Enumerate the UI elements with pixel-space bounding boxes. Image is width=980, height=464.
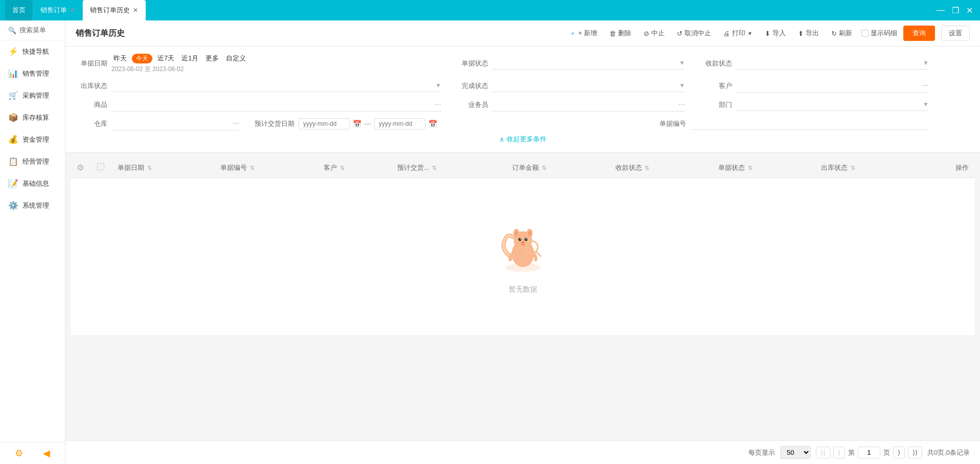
outbound-status-arrow-icon: ▼ <box>435 82 441 89</box>
th-customer-sort-icon[interactable]: ⇅ <box>340 165 345 171</box>
customer-dots-icon[interactable]: ··· <box>922 81 929 90</box>
table-settings-icon[interactable]: ⚙ <box>77 163 84 172</box>
display-col-toggle[interactable]: 显示码细 <box>861 29 897 38</box>
salesperson-label: 业务员 <box>457 100 492 109</box>
new-button[interactable]: ＋ + 新增 <box>566 27 600 40</box>
th-customer-label: 客户 <box>324 164 337 171</box>
operations-icon: 📋 <box>8 157 18 166</box>
window-minimize-icon[interactable]: — <box>935 4 947 17</box>
warehouse-control[interactable]: ··· <box>111 117 239 130</box>
empty-text: 暂无数据 <box>509 285 537 294</box>
delivery-date-from[interactable] <box>299 118 350 129</box>
date-to-cal-icon[interactable]: 📅 <box>428 120 437 128</box>
th-order-status-label: 单据状态 <box>718 164 745 171</box>
top-bar-right: — ❐ ✕ <box>935 4 975 17</box>
goods-dots-icon[interactable]: ··· <box>435 100 441 109</box>
sidebar-item-finance[interactable]: 💰 资金管理 <box>0 128 65 150</box>
svg-point-6 <box>528 231 531 236</box>
goods-input[interactable] <box>111 101 435 108</box>
search-menu-label: 搜索菜单 <box>19 26 46 35</box>
collapse-button[interactable]: ∧ 收起更多条件 <box>76 132 970 146</box>
outbound-status-input[interactable] <box>111 82 435 90</box>
date-custom-btn[interactable]: 自定义 <box>224 53 248 64</box>
tab-sales-order-history[interactable]: 销售订单历史 ✕ <box>83 0 146 20</box>
customer-input[interactable] <box>736 82 922 90</box>
window-restore-icon[interactable]: ❐ <box>950 4 961 17</box>
print-button[interactable]: 🖨 打印 ▼ <box>720 27 756 40</box>
export-label: 导出 <box>806 29 819 38</box>
order-no-input[interactable] <box>690 120 929 127</box>
page-first-button[interactable]: ⟨⟨ <box>816 447 830 458</box>
department-control[interactable]: ▼ <box>736 99 929 111</box>
date-today-badge[interactable]: 今天 <box>132 54 152 63</box>
display-col-checkbox[interactable] <box>861 30 869 37</box>
filter-row-1: 单据日期 昨天 今天 近7天 近1月 更多 自定义 2023-06-02 至 2… <box>76 53 970 74</box>
payment-status-control[interactable]: ▼ <box>736 57 929 70</box>
sidebar-item-purchase-mgmt[interactable]: 🛒 采购管理 <box>0 84 65 106</box>
query-button[interactable]: 查询 <box>903 26 935 41</box>
filter-goods: 商品 ··· <box>76 98 441 112</box>
sidebar-item-inventory[interactable]: 📦 库存核算 <box>0 106 65 128</box>
order-status-control[interactable]: ▼ <box>492 57 685 70</box>
sidebar-item-sales-mgmt[interactable]: 📊 销售管理 <box>0 62 65 84</box>
filter-order-no: 单据编号 <box>654 118 929 130</box>
date-filter-buttons: 昨天 今天 近7天 近1月 更多 自定义 <box>111 53 441 64</box>
date-from-cal-icon[interactable]: 📅 <box>353 120 361 128</box>
delivery-date-to[interactable] <box>374 118 425 129</box>
sidebar-collapse-icon[interactable]: ◀ <box>43 448 50 459</box>
date-yesterday-btn[interactable]: 昨天 <box>111 53 129 64</box>
salesperson-dots-icon[interactable]: ··· <box>678 100 685 109</box>
th-order-amount-sort-icon[interactable]: ⇅ <box>542 165 546 171</box>
department-input[interactable] <box>736 101 923 108</box>
order-status-input[interactable] <box>492 59 679 67</box>
th-outbound-status-sort-icon[interactable]: ⇅ <box>851 165 855 171</box>
th-settings: ⚙ <box>71 158 91 178</box>
page-size-select[interactable]: 50 10 20 100 <box>780 446 811 459</box>
sidebar-item-basic-info[interactable]: 📝 基础信息 <box>0 172 65 194</box>
stop-button[interactable]: ⊘ 中止 <box>641 27 668 40</box>
setting-button[interactable]: 设置 <box>941 26 970 41</box>
th-order-status-sort-icon[interactable]: ⇅ <box>748 165 753 171</box>
sidebar-item-search-menu[interactable]: 🔍 搜索菜单 <box>0 20 65 40</box>
order-no-control[interactable] <box>690 118 929 130</box>
page-prev-button[interactable]: ⟨ <box>833 447 845 458</box>
filter-warehouse: 仓库 ··· <box>76 117 239 130</box>
delete-button[interactable]: 🗑 删除 <box>606 27 634 40</box>
date-last7-btn[interactable]: 近7天 <box>155 53 176 64</box>
outbound-status-control[interactable]: ▼ <box>111 80 441 92</box>
refresh-button[interactable]: ↻ 刷新 <box>828 27 855 40</box>
salesperson-input[interactable] <box>492 101 678 108</box>
th-outbound-status-label: 出库状态 <box>821 164 848 171</box>
tab-home[interactable]: 首页 <box>5 0 33 20</box>
warehouse-dots-icon[interactable]: ··· <box>233 119 239 128</box>
date-last-month-btn[interactable]: 近1月 <box>179 53 200 64</box>
goods-control[interactable]: ··· <box>111 98 441 112</box>
cancel-stop-button[interactable]: ↺ 取消中止 <box>674 27 714 40</box>
window-close-icon[interactable]: ✕ <box>964 4 975 17</box>
salesperson-control[interactable]: ··· <box>492 98 685 112</box>
th-payment-status-sort-icon[interactable]: ⇅ <box>645 165 649 171</box>
export-button[interactable]: ⬆ 导出 <box>795 27 822 40</box>
page-number-input[interactable] <box>858 447 880 458</box>
page-next-button[interactable]: ⟩ <box>893 447 905 458</box>
tab-sales-order[interactable]: 销售订单 ✕ <box>33 0 83 20</box>
date-more-btn[interactable]: 更多 <box>203 53 221 64</box>
th-order-no-sort-icon[interactable]: ⇅ <box>250 165 255 171</box>
complete-status-control[interactable]: ▼ <box>492 80 685 92</box>
customer-control[interactable]: ··· <box>736 79 929 93</box>
import-button[interactable]: ⬇ 导入 <box>762 27 789 40</box>
th-expected-delivery-sort-icon[interactable]: ⇅ <box>432 165 437 171</box>
page-last-button[interactable]: ⟩⟩ <box>908 447 922 458</box>
payment-status-input[interactable] <box>736 59 923 67</box>
tab-sales-order-close[interactable]: ✕ <box>70 7 75 14</box>
th-date-sort-icon[interactable]: ⇅ <box>147 165 152 171</box>
sidebar-item-quick-nav[interactable]: ⚡ 快捷导航 <box>0 40 65 62</box>
new-icon: ＋ <box>569 29 576 38</box>
select-all-checkbox[interactable] <box>97 163 104 170</box>
sidebar-item-sys-mgmt[interactable]: ⚙️ 系统管理 <box>0 194 65 216</box>
sidebar-item-operations[interactable]: 📋 经营管理 <box>0 150 65 172</box>
complete-status-input[interactable] <box>492 82 679 90</box>
tab-sales-order-history-close[interactable]: ✕ <box>133 7 138 14</box>
sidebar-settings-icon[interactable]: ⚙ <box>15 448 23 459</box>
warehouse-input[interactable] <box>111 120 233 127</box>
